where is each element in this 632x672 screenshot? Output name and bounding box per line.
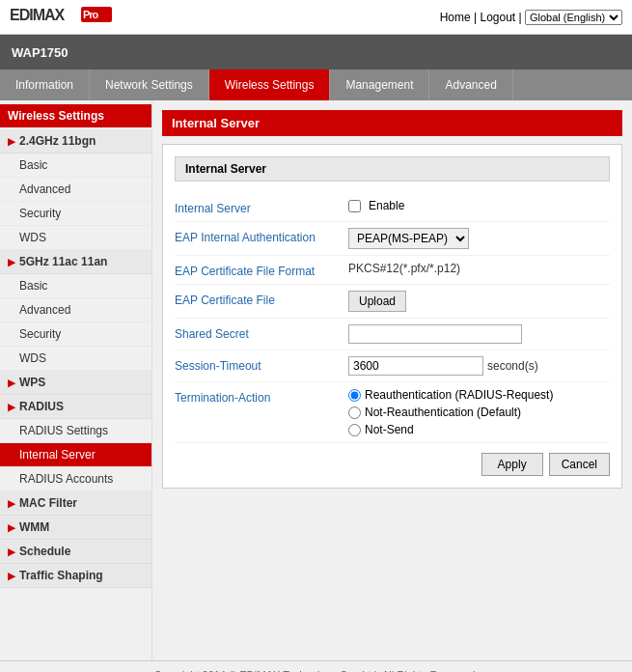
value-shared-secret	[348, 324, 610, 344]
nav-information[interactable]: Information	[0, 70, 90, 100]
enable-label: Enable	[369, 199, 404, 212]
sidebar-item-advanced-5[interactable]: Advanced	[0, 298, 151, 322]
radio-not-reauthentication[interactable]	[348, 406, 361, 419]
sidebar-group-traffic[interactable]: ▶ Traffic Shaping	[0, 564, 151, 588]
arrow-icon-radius: ▶	[8, 402, 15, 412]
svg-text:Pro: Pro	[83, 9, 99, 20]
apply-button[interactable]: Apply	[481, 453, 543, 476]
cancel-button[interactable]: Cancel	[549, 453, 610, 476]
radio-option-not-reauthentication: Not-Reauthentication (Default)	[348, 406, 553, 419]
main-layout: Wireless Settings ▶ 2.4GHz 11bgn Basic A…	[0, 100, 632, 660]
sidebar-group-5ghz[interactable]: ▶ 5GHz 11ac 11an	[0, 250, 151, 274]
checkbox-enable[interactable]	[348, 200, 361, 212]
session-timeout-suffix: second(s)	[487, 359, 538, 373]
value-eap-auth: PEAP(MS-PEAP) EAP-TLS EAP-TTLS	[348, 228, 610, 249]
content-area: Internal Server Internal Server Internal…	[152, 100, 632, 660]
sidebar-item-wds-24[interactable]: WDS	[0, 226, 151, 250]
form-row-cert-format: EAP Certificate File Format PKCS#12(*.pf…	[175, 256, 610, 285]
card-title: Internal Server	[175, 156, 610, 182]
sidebar-item-internal-server[interactable]: Internal Server	[0, 443, 151, 467]
input-session-timeout[interactable]	[348, 356, 483, 376]
arrow-icon-wps: ▶	[8, 378, 15, 388]
sidebar-item-basic-5[interactable]: Basic	[0, 274, 151, 298]
radio-label-not-reauthentication: Not-Reauthentication (Default)	[365, 406, 521, 419]
model-name: WAP1750	[12, 45, 69, 60]
page-title: Internal Server	[162, 110, 622, 136]
radio-option-not-send: Not-Send	[348, 423, 553, 436]
footer: Copyright 2014 © EDIMAX Technology Co., …	[0, 660, 632, 672]
radio-label-not-send: Not-Send	[365, 423, 414, 436]
radio-not-send[interactable]	[348, 424, 361, 436]
label-shared-secret: Shared Secret	[175, 324, 348, 341]
label-internal-server: Internal Server	[175, 199, 348, 215]
label-eap-auth: EAP Internal Authentication	[175, 228, 348, 244]
form-row-cert-file: EAP Certificate File Upload	[175, 285, 610, 319]
radio-option-reauthentication: Reauthentication (RADIUS-Request)	[348, 388, 553, 402]
label-cert-file: EAP Certificate File	[175, 291, 348, 307]
sidebar-group-wmm[interactable]: ▶ WMM	[0, 516, 151, 540]
arrow-icon-schedule: ▶	[8, 546, 15, 557]
form-row-session-timeout: Session-Timeout second(s)	[175, 350, 610, 382]
arrow-icon-traffic: ▶	[8, 571, 15, 581]
sidebar-group-wps[interactable]: ▶ WPS	[0, 371, 151, 395]
nav-network[interactable]: Network Settings	[90, 70, 209, 100]
label-cert-format: EAP Certificate File Format	[175, 262, 348, 278]
value-session-timeout: second(s)	[348, 356, 610, 376]
top-bar: EDIMAX Pro Home | Logout | Global (Engli…	[0, 0, 632, 35]
sidebar-group-radius[interactable]: ▶ RADIUS	[0, 395, 151, 419]
sidebar-item-radius-accounts[interactable]: RADIUS Accounts	[0, 467, 151, 491]
value-cert-format: PKCS#12(*.pfx/*.p12)	[348, 262, 610, 275]
value-internal-server: Enable	[348, 199, 610, 212]
nav-advanced[interactable]: Advanced	[429, 70, 512, 100]
input-shared-secret[interactable]	[348, 324, 522, 344]
sidebar-title: Wireless Settings	[0, 104, 151, 127]
main-card: Internal Server Internal Server Enable E…	[162, 144, 622, 489]
sidebar-item-security-5[interactable]: Security	[0, 322, 151, 347]
logo-edimax: EDIMAX Pro	[10, 3, 125, 31]
sidebar-item-wds-5[interactable]: WDS	[0, 347, 151, 371]
nav-bar: Information Network Settings Wireless Se…	[0, 70, 632, 100]
sidebar-item-security-24[interactable]: Security	[0, 202, 151, 226]
sidebar-group-schedule[interactable]: ▶ Schedule	[0, 540, 151, 564]
nav-wireless[interactable]: Wireless Settings	[209, 70, 331, 100]
upload-button[interactable]: Upload	[348, 291, 406, 312]
radio-reauthentication[interactable]	[348, 389, 361, 402]
cert-format-value: PKCS#12(*.pfx/*.p12)	[348, 262, 460, 275]
radio-group-termination: Reauthentication (RADIUS-Request) Not-Re…	[348, 388, 553, 436]
sidebar-group-mac[interactable]: ▶ MAC Filter	[0, 491, 151, 516]
sidebar-item-radius-settings[interactable]: RADIUS Settings	[0, 419, 151, 443]
form-row-shared-secret: Shared Secret	[175, 319, 610, 350]
top-links: Home | Logout | Global (English)	[440, 10, 622, 25]
radio-label-reauthentication: Reauthentication (RADIUS-Request)	[365, 388, 553, 402]
arrow-icon-5g: ▶	[8, 257, 15, 267]
form-row-termination: Termination-Action Reauthentication (RAD…	[175, 382, 610, 443]
label-session-timeout: Session-Timeout	[175, 356, 348, 373]
model-bar: WAP1750	[0, 35, 632, 70]
sidebar: Wireless Settings ▶ 2.4GHz 11bgn Basic A…	[0, 100, 152, 660]
arrow-icon-mac: ▶	[8, 498, 15, 509]
logout-link[interactable]: Logout	[481, 11, 516, 24]
language-select[interactable]: Global (English)	[525, 10, 622, 25]
arrow-icon-wmm: ▶	[8, 522, 15, 533]
sidebar-group-2.4ghz[interactable]: ▶ 2.4GHz 11bgn	[0, 129, 151, 154]
action-row: Apply Cancel	[175, 453, 610, 476]
value-termination: Reauthentication (RADIUS-Request) Not-Re…	[348, 388, 610, 436]
svg-text:EDIMAX: EDIMAX	[10, 7, 66, 23]
label-termination: Termination-Action	[175, 388, 348, 405]
form-row-eap-auth: EAP Internal Authentication PEAP(MS-PEAP…	[175, 222, 610, 256]
logo: EDIMAX Pro	[10, 3, 125, 31]
home-link[interactable]: Home	[440, 11, 471, 24]
arrow-icon: ▶	[8, 136, 15, 147]
sidebar-item-advanced-24[interactable]: Advanced	[0, 178, 151, 202]
value-cert-file: Upload	[348, 291, 610, 312]
form-row-enable: Internal Server Enable	[175, 193, 610, 222]
sidebar-item-basic-24[interactable]: Basic	[0, 154, 151, 178]
nav-management[interactable]: Management	[330, 70, 429, 100]
select-eap-auth[interactable]: PEAP(MS-PEAP) EAP-TLS EAP-TTLS	[348, 228, 469, 249]
